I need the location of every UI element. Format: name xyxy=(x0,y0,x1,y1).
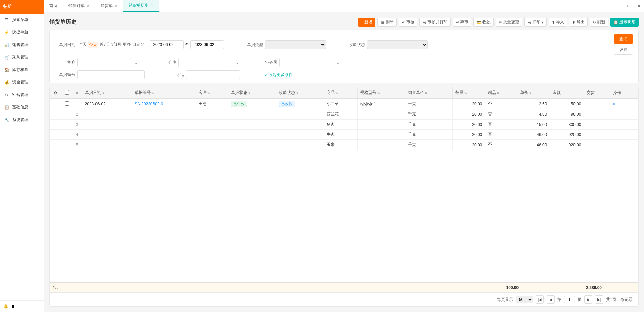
close-sales-order-tab[interactable]: ✕ xyxy=(87,4,89,8)
sidebar-bottom-icon1[interactable]: 🔔 xyxy=(3,304,8,309)
sidebar-item-quick-nav[interactable]: ⚡ 快捷导航 xyxy=(0,26,44,38)
shortcut-today[interactable]: 今天 xyxy=(88,42,98,48)
sort-customer-icon: ⇅ xyxy=(207,91,210,95)
row-checkbox[interactable] xyxy=(65,101,69,106)
query-settings-area: 查询 设置 xyxy=(614,34,633,55)
pay-status-select[interactable] xyxy=(367,40,428,49)
delete-button[interactable]: 🗑 删除 xyxy=(377,18,397,27)
filter-settings-button[interactable]: 设置 xyxy=(614,45,633,55)
export-button[interactable]: ⬇ 导出 xyxy=(569,18,588,27)
th-gift[interactable]: 赠品⇅ xyxy=(485,87,517,99)
sidebar-item-ops-mgmt[interactable]: ⚙ 经营管理 xyxy=(0,88,44,101)
import-button[interactable]: ⬆ 导入 xyxy=(549,18,567,27)
salesman-ellipsis[interactable]: ... xyxy=(335,60,339,65)
goods-input[interactable] xyxy=(186,70,240,79)
th-doc-status[interactable]: 单据状态⇅ xyxy=(228,87,276,99)
table-row: 2西兰花千克20.00否4.8096.00 xyxy=(50,109,638,120)
sidebar-item-sales-mgmt[interactable]: 📊 销售管理 xyxy=(0,38,44,51)
row-gift: 否 xyxy=(485,120,517,130)
sidebar-bottom-icon2[interactable]: ⏸ xyxy=(11,304,15,309)
th-customer[interactable]: 客户⇅ xyxy=(196,87,228,99)
date-from-input[interactable] xyxy=(150,40,184,49)
close-sales-history-tab[interactable]: ✕ xyxy=(151,4,153,7)
shortcut-more[interactable]: 更多 xyxy=(123,42,131,48)
tab-sales-order[interactable]: 销售订单 ✕ xyxy=(63,0,95,12)
table-row: 12023-06-02SA-20230602-0王总已生效已收款小白菜tyjyj… xyxy=(50,99,638,109)
th-doc-no[interactable]: 单据编号⇅ xyxy=(132,87,196,99)
shortcut-yesterday[interactable]: 昨天 xyxy=(79,42,87,48)
sidebar-item-purchase-mgmt[interactable]: 🛒 采购管理 xyxy=(0,51,44,63)
page-number-input[interactable] xyxy=(564,296,575,303)
batch-change-icon: ✏ xyxy=(499,20,502,25)
row-doc-no xyxy=(132,109,196,120)
th-unit[interactable]: 销售单位⇅ xyxy=(405,87,452,99)
customer-input[interactable] xyxy=(77,58,131,67)
query-button[interactable]: 查询 xyxy=(614,34,633,44)
edit-action-button[interactable]: ✏ xyxy=(613,102,616,106)
doc-no-input[interactable] xyxy=(77,70,145,79)
doc-no-link[interactable]: SA-20230602-0 xyxy=(135,102,163,106)
first-page-button[interactable]: |◀ xyxy=(536,295,544,304)
maximize-button[interactable]: □ xyxy=(624,0,634,12)
date-to-input[interactable] xyxy=(190,40,224,49)
sort-pay-status-icon: ⇅ xyxy=(296,91,299,95)
new-button[interactable]: + 新增 xyxy=(358,18,375,27)
sidebar-item-sys-mgmt[interactable]: 🔧 系统管理 xyxy=(0,113,44,126)
collapse-button[interactable]: ∧ 收起更多条件 xyxy=(265,72,293,78)
goods-ellipsis[interactable]: ... xyxy=(242,72,246,77)
row-gear xyxy=(50,130,62,140)
close-sales-goods-tab[interactable]: ✕ xyxy=(115,4,117,8)
th-gear[interactable]: ⚙ xyxy=(50,87,62,99)
customer-ellipsis[interactable]: ... xyxy=(133,60,137,65)
row-goods: 玉米 xyxy=(324,140,357,150)
warehouse-ellipsis[interactable]: ... xyxy=(234,60,239,65)
more-action-button[interactable]: ⋯ xyxy=(617,102,621,106)
sidebar-item-fund-mgmt[interactable]: 💰 资金管理 xyxy=(0,76,44,88)
th-qty[interactable]: 数量⇅ xyxy=(453,87,485,99)
refresh-button[interactable]: ↻ 刷新 xyxy=(590,18,608,27)
shortcut-custom[interactable]: 自定义 xyxy=(132,42,144,48)
salesman-input[interactable] xyxy=(279,58,333,67)
batch-change-button[interactable]: ✏ 批量变更 xyxy=(496,18,522,27)
show-detail-button[interactable]: 📋 显示明细 xyxy=(610,18,639,27)
print-button[interactable]: 🖨 打印 ▾ xyxy=(524,18,547,27)
prev-page-button[interactable]: ◀ xyxy=(547,295,555,304)
th-pay-status[interactable]: 收款状态⇅ xyxy=(276,87,324,99)
data-table-wrap: ⚙ # 单据日期⇅ 单据编号⇅ 客户⇅ 单据状态⇅ 收款状态⇅ 商品⇅ 规格型号… xyxy=(49,87,639,307)
per-page-label: 每页显示 xyxy=(497,297,513,303)
sidebar-item-basic-info[interactable]: 📋 基础信息 xyxy=(0,101,44,113)
print-icon: 🖨 xyxy=(527,20,531,25)
tab-sales-history[interactable]: 销货单历史 ✕ xyxy=(123,0,159,12)
sort-spec-icon: ⇅ xyxy=(377,91,380,95)
select-all-checkbox[interactable] xyxy=(65,90,69,95)
collect-button[interactable]: 💳 收款 xyxy=(473,18,494,27)
per-page-select[interactable]: 10 20 50 100 xyxy=(516,296,533,303)
minimize-button[interactable]: ─ xyxy=(614,0,624,12)
tab-home[interactable]: 首页 xyxy=(44,0,63,12)
abandon-button[interactable]: ↩ 弃审 xyxy=(453,18,471,27)
th-spec[interactable]: 规格型号⇅ xyxy=(357,87,405,99)
th-checkbox[interactable] xyxy=(62,87,72,99)
page-label: 第 xyxy=(557,297,561,303)
tab-sales-goods[interactable]: 销货单 ✕ xyxy=(95,0,123,12)
warehouse-input[interactable] xyxy=(178,58,232,67)
doc-type-select[interactable] xyxy=(265,40,326,49)
sidebar-logo: 拓维 xyxy=(0,0,44,14)
shortcut-7days[interactable]: 近7天 xyxy=(100,42,110,48)
warehouse-filter: 仓库 ... xyxy=(156,58,239,67)
th-doc-date[interactable]: 单据日期⇅ xyxy=(82,87,132,99)
th-goods[interactable]: 商品⇅ xyxy=(324,87,357,99)
last-page-button[interactable]: ▶| xyxy=(595,295,603,304)
next-page-button[interactable]: ▶ xyxy=(584,295,592,304)
close-window-button[interactable]: ✕ xyxy=(634,0,644,12)
row-qty: 20.00 xyxy=(453,120,485,130)
sidebar-item-search-menu[interactable]: ☰ 搜索菜单 xyxy=(0,14,44,26)
th-price[interactable]: 单价⇅ xyxy=(517,87,550,99)
sidebar-item-inventory-calc[interactable]: 🏠 库存核算 xyxy=(0,63,44,76)
review-button[interactable]: ✔ 审核 xyxy=(399,18,417,27)
salesman-filter: 业务员 ... xyxy=(257,58,339,67)
row-amount: 920.00 xyxy=(550,140,584,150)
shortcut-1month[interactable]: 近1月 xyxy=(111,42,122,48)
row-checkbox-cell xyxy=(62,120,72,130)
review-print-button[interactable]: 🖨 审核并打印 xyxy=(419,18,451,27)
